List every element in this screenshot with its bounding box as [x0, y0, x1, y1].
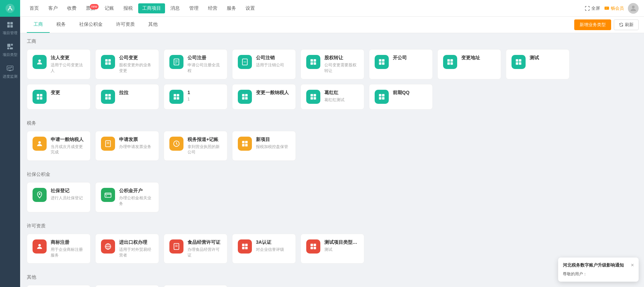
svg-rect-30: [379, 59, 381, 62]
svg-rect-91: [311, 244, 313, 246]
refresh-button[interactable]: 刷新: [614, 19, 639, 30]
notification-close-button[interactable]: ×: [631, 262, 634, 268]
card-fund-open[interactable]: 公积金开户 办理公积金相关业务: [95, 182, 159, 212]
nav-home[interactable]: 首页: [25, 3, 43, 13]
food-license-icon: [169, 239, 183, 254]
change-icon: [33, 90, 47, 104]
tab-tax[interactable]: 税务: [50, 17, 72, 33]
sidebar: 项目管理 项目类型 进度监测: [0, 0, 20, 287]
company-change-icon: [101, 55, 115, 69]
tab-license[interactable]: 许可资质: [109, 17, 142, 33]
other-section: 其他 哈哈: [20, 269, 644, 287]
member-button[interactable]: 畅会员: [604, 5, 624, 11]
card-3a-cert[interactable]: 3A认证 对企业信誉评级: [232, 234, 296, 264]
company-change-desc: 股权变更外的业务变更: [119, 62, 153, 74]
card-one[interactable]: 1 1: [164, 84, 227, 110]
nav-settings[interactable]: 设置: [241, 3, 259, 13]
svg-rect-93: [311, 247, 313, 249]
card-trademark[interactable]: 商标注册 用于企业商标注册服务: [27, 234, 91, 264]
card-test[interactable]: 测试: [506, 49, 570, 79]
nav-tax[interactable]: 报税: [119, 3, 137, 13]
svg-rect-6: [7, 44, 10, 47]
svg-rect-51: [177, 94, 179, 96]
card-liupeng-test[interactable]: 刘鹏测试 测试: [95, 285, 159, 287]
svg-rect-31: [382, 59, 384, 62]
card-change[interactable]: 变更: [27, 84, 91, 110]
card-legal-change[interactable]: 法人变更 适用于公司变更法人: [27, 49, 91, 79]
card-change-address[interactable]: 变更地址: [437, 49, 501, 79]
lala-icon: [101, 90, 115, 104]
card-tax-report-bookkeeping[interactable]: 税务报道+记账 拿到营业执照的新公司: [164, 131, 227, 161]
card-equity-transfer[interactable]: 股权转让 公司变更需要股权转让: [301, 49, 364, 79]
legal-change-desc: 适用于公司变更法人: [51, 62, 85, 74]
nav-message[interactable]: 消息: [166, 3, 184, 13]
food-license-desc: 办理食品经营许可证: [187, 247, 222, 258]
fullscreen-button[interactable]: 全屏: [585, 5, 600, 11]
card-company-cancel[interactable]: 公司注销 适用于注销公司: [232, 49, 296, 79]
card-company-register[interactable]: 公司注册 申请公司注册全流程: [164, 49, 227, 79]
lala-title: 拉拉: [119, 90, 153, 96]
nav-industry[interactable]: 工商项目: [138, 3, 165, 13]
card-test-type[interactable]: 测试项目类型自定义 测试: [301, 234, 364, 264]
svg-rect-43: [40, 94, 42, 96]
tax-cards-grid: 申请一般纳税人 当月或次月成变更完成 申请发票 办理申请发票业务: [27, 131, 637, 161]
tax-section-title: 税务: [27, 120, 637, 126]
notification-popup: 河北税务数字账户升级影响通知 × 尊敬的用户：: [558, 258, 639, 282]
card-import-export[interactable]: 进出口权办理 适用于对外贸易经营者: [95, 234, 159, 264]
svg-rect-38: [516, 59, 518, 62]
nav-invoice[interactable]: 票据 new: [82, 3, 99, 13]
svg-rect-57: [245, 97, 248, 99]
tab-industry[interactable]: 工商: [27, 17, 50, 33]
card-apply-taxpayer[interactable]: 申请一般纳税人 当月或次月成变更完成: [27, 131, 91, 161]
sidebar-item-progress-monitor[interactable]: 进度监测: [0, 60, 20, 82]
svg-rect-62: [379, 94, 381, 96]
nav-service[interactable]: 服务: [223, 3, 240, 13]
card-apply-invoice[interactable]: 申请发票 办理申请发票业务: [95, 131, 159, 161]
sidebar-item-project-mgmt[interactable]: 项目管理: [0, 17, 20, 39]
change-taxpayer-icon: [238, 90, 252, 104]
card-twentyone[interactable]: 21 1: [164, 285, 227, 287]
company-register-desc: 申请公司注册全流程: [187, 62, 222, 74]
tab-social[interactable]: 社保公积金: [72, 17, 109, 33]
mohonghong-icon: [306, 90, 320, 104]
trademark-title: 商标注册: [51, 239, 85, 245]
nav-operation[interactable]: 经营: [204, 3, 221, 13]
card-company-change[interactable]: 公司变更 股权变更外的业务变更: [95, 49, 159, 79]
tab-other[interactable]: 其他: [142, 17, 164, 33]
svg-rect-8: [7, 48, 9, 50]
social-cards-grid: 社保登记 进行人员社保登记 公积金开户 办理公积金相关业务: [27, 182, 637, 212]
add-type-button[interactable]: 新增业务类型: [574, 19, 611, 30]
card-food-license[interactable]: 食品经营许可证 办理食品经营许可证: [164, 234, 227, 264]
svg-rect-88: [245, 244, 248, 246]
svg-rect-33: [382, 62, 384, 65]
svg-rect-16: [105, 59, 108, 62]
notification-text: 尊敬的用户：: [563, 271, 634, 277]
svg-rect-47: [108, 94, 111, 96]
sidebar-logo: [0, 0, 20, 17]
card-mohonghong[interactable]: 葛红红 葛红红测试: [301, 84, 364, 110]
nav-bookkeeping[interactable]: 记账: [101, 3, 118, 13]
card-open-company[interactable]: 开公司: [369, 49, 433, 79]
social-register-icon: [33, 188, 47, 202]
card-qianqiqq[interactable]: 前期QQ: [369, 84, 433, 110]
category-icon: [5, 42, 15, 51]
fund-open-desc: 办理公积金相关业务: [119, 195, 153, 207]
equity-transfer-icon: [306, 55, 320, 69]
card-change-taxpayer[interactable]: 变更一般纳税人: [232, 84, 296, 110]
test-title: 测试: [530, 55, 564, 61]
avatar[interactable]: [628, 3, 639, 14]
equity-transfer-desc: 公司变更需要股权转让: [324, 62, 359, 74]
nav-billing[interactable]: 收费: [63, 3, 80, 13]
svg-rect-90: [245, 247, 248, 249]
apply-taxpayer-desc: 当月或次月成变更完成: [51, 144, 85, 155]
card-lala[interactable]: 拉拉: [95, 84, 159, 110]
nav-client[interactable]: 客户: [44, 3, 62, 13]
card-social-register[interactable]: 社保登记 进行人员社保登记: [27, 182, 91, 212]
card-new-project[interactable]: 新项目 报税加税控盘保管: [232, 131, 296, 161]
sidebar-item-project-type[interactable]: 项目类型: [0, 39, 20, 60]
nav-manage[interactable]: 管理: [185, 3, 203, 13]
import-export-desc: 适用于对外贸易经营者: [119, 247, 153, 258]
svg-rect-54: [242, 94, 245, 96]
one-title: 1: [187, 90, 222, 95]
card-haha[interactable]: 哈哈: [27, 285, 91, 287]
